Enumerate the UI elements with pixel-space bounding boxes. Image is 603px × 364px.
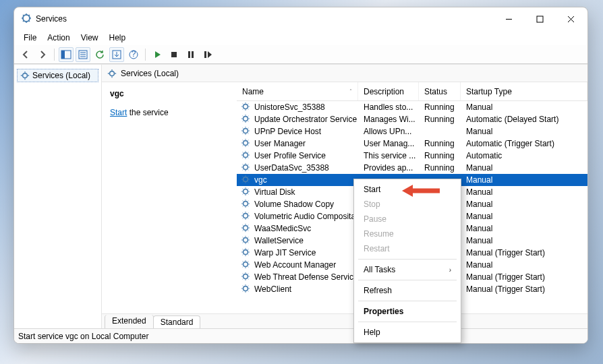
gear-icon xyxy=(241,175,250,186)
services-app-icon xyxy=(21,13,32,26)
service-row[interactable]: UnistoreSvc_35388Handles sto...RunningMa… xyxy=(237,101,587,113)
close-button[interactable] xyxy=(555,9,586,29)
service-status: Running xyxy=(419,113,461,125)
service-row[interactable]: User ManagerUser Manag...RunningAutomati… xyxy=(237,138,587,150)
service-name: WebClient xyxy=(254,284,291,294)
sort-caret-icon: ˄ xyxy=(349,88,352,94)
service-name: vgc xyxy=(254,175,267,185)
service-startup: Manual xyxy=(461,162,587,174)
cm-refresh[interactable]: Refresh xyxy=(354,283,461,298)
menu-file[interactable]: File xyxy=(18,32,42,44)
col-name[interactable]: Name˄ xyxy=(237,82,358,100)
cm-pause: Pause xyxy=(354,212,461,226)
gear-icon xyxy=(241,126,250,138)
gear-icon xyxy=(241,102,250,113)
maximize-button[interactable] xyxy=(524,9,555,29)
service-startup: Manual xyxy=(461,235,587,247)
service-desc: This service ... xyxy=(358,150,419,162)
service-startup: Manual xyxy=(461,125,587,138)
list-header[interactable]: Name˄ Description Status Startup Type xyxy=(237,82,587,101)
svg-text:?: ? xyxy=(132,49,136,59)
service-desc: Handles sto... xyxy=(358,101,419,113)
svg-point-24 xyxy=(243,225,248,230)
tree-root-services-local[interactable]: Services (Local) xyxy=(17,69,98,82)
col-status[interactable]: Status xyxy=(419,82,461,100)
export-button[interactable] xyxy=(109,47,124,62)
cm-help[interactable]: Help xyxy=(354,325,461,340)
gear-icon xyxy=(241,187,250,198)
menu-help[interactable]: Help xyxy=(104,32,132,44)
cm-all-tasks[interactable]: All Tasks› xyxy=(354,262,461,277)
service-startup: Manual xyxy=(461,101,587,113)
service-name: WaaSMedicSvc xyxy=(254,224,311,233)
service-name: User Profile Service xyxy=(254,151,326,160)
services-window: Services File Action View Help ? Service… xyxy=(13,7,588,344)
service-status: Running xyxy=(419,138,461,150)
service-name: Volume Shadow Copy xyxy=(254,200,334,209)
svg-point-29 xyxy=(243,286,248,291)
tab-standard[interactable]: Standard xyxy=(153,315,201,328)
svg-rect-1 xyxy=(537,16,543,22)
gear-icon xyxy=(241,223,250,235)
service-row[interactable]: Update Orchestrator ServiceManages Wi...… xyxy=(237,113,587,125)
start-service-link[interactable]: Start xyxy=(110,108,127,117)
restart-service-button[interactable] xyxy=(200,47,215,62)
svg-point-22 xyxy=(243,201,248,206)
tree-root-label: Services (Local) xyxy=(32,71,90,80)
svg-point-0 xyxy=(23,15,30,22)
service-status xyxy=(419,125,461,138)
svg-point-19 xyxy=(243,164,248,169)
service-startup: Manual xyxy=(461,186,587,198)
gear-icon xyxy=(241,235,250,247)
gear-icon xyxy=(241,211,250,222)
titlebar[interactable]: Services xyxy=(14,7,587,30)
start-service-button[interactable] xyxy=(150,47,165,62)
show-hide-tree-button[interactable] xyxy=(59,47,74,62)
minimize-button[interactable] xyxy=(493,9,524,29)
properties-button[interactable] xyxy=(76,47,90,62)
svg-rect-8 xyxy=(171,52,177,57)
service-row[interactable]: UPnP Device HostAllows UPn...Manual xyxy=(237,125,587,138)
pane-header: Services (Local) xyxy=(102,65,587,82)
svg-point-13 xyxy=(110,71,115,75)
menubar: File Action View Help xyxy=(14,30,587,45)
left-tree[interactable]: Services (Local) xyxy=(14,65,102,328)
statusbar-text: Start service vgc on Local Computer xyxy=(18,332,148,341)
service-row[interactable]: UserDataSvc_35388Provides ap...RunningMa… xyxy=(237,162,587,174)
help-button[interactable]: ? xyxy=(126,47,141,62)
service-name: UPnP Device Host xyxy=(254,127,321,136)
svg-point-20 xyxy=(243,177,248,181)
service-name: User Manager xyxy=(254,139,306,148)
menu-view[interactable]: View xyxy=(76,32,104,44)
svg-point-12 xyxy=(23,73,28,78)
svg-rect-3 xyxy=(61,51,65,59)
service-startup: Manual (Trigger Start) xyxy=(461,247,587,259)
gear-icon xyxy=(20,71,30,80)
menu-action[interactable]: Action xyxy=(42,32,75,44)
svg-rect-11 xyxy=(204,51,206,58)
stop-service-button[interactable] xyxy=(167,47,181,62)
svg-rect-9 xyxy=(188,51,190,58)
svg-point-23 xyxy=(243,213,248,218)
service-row[interactable]: User Profile ServiceThis service ...Runn… xyxy=(237,150,587,162)
service-name: Web Threat Defense Service xyxy=(254,272,358,282)
service-startup: Manual (Trigger Start) xyxy=(461,283,587,295)
gear-icon xyxy=(241,260,250,271)
back-button[interactable] xyxy=(18,47,33,62)
pane-header-text: Services (Local) xyxy=(121,69,179,78)
forward-button[interactable] xyxy=(35,47,50,62)
refresh-button[interactable] xyxy=(92,47,107,62)
pause-service-button[interactable] xyxy=(183,47,198,62)
col-startup-type[interactable]: Startup Type xyxy=(461,82,587,100)
statusbar: Start service vgc on Local Computer xyxy=(14,328,587,343)
tab-extended[interactable]: Extended xyxy=(105,315,154,328)
gear-icon xyxy=(241,247,250,259)
col-description[interactable]: Description xyxy=(358,82,419,100)
service-name: UserDataSvc_35388 xyxy=(254,163,329,173)
svg-point-17 xyxy=(243,140,248,145)
service-startup: Manual xyxy=(461,222,587,235)
svg-point-28 xyxy=(243,274,248,278)
cm-properties[interactable]: Properties xyxy=(354,304,461,319)
svg-point-27 xyxy=(243,262,248,266)
toolbar: ? xyxy=(14,45,587,64)
